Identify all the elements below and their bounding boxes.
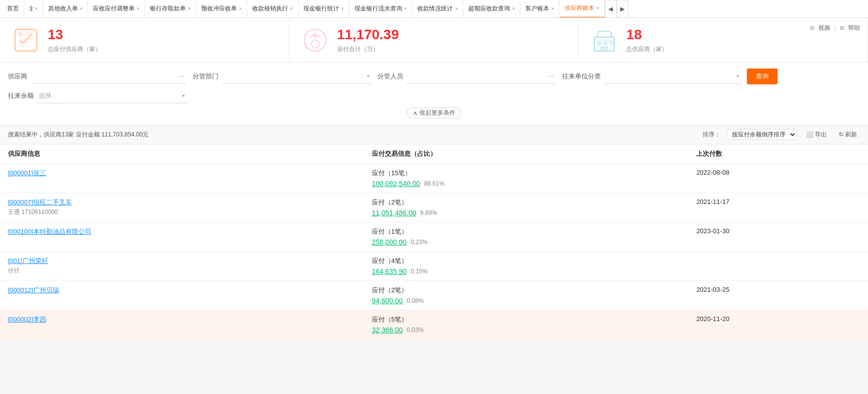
nav-tab-prepay-ar[interactable]: 预收冲应收单 × <box>196 0 247 18</box>
nav-next-arrow[interactable]: ▶ <box>617 0 629 18</box>
payable-total-label: 应付合计（万） <box>337 45 399 54</box>
last-pay-cell <box>688 252 868 281</box>
nav-tab-other-income[interactable]: 其他收入单 × <box>43 0 88 18</box>
supplier-info-cell: [000001]张三 <box>0 164 364 193</box>
sort-area: 排序： 按应付余额倒序排序 按应付余额正序排序 按供应商名称排序 ⬜ 导出 ↻ … <box>703 129 860 140</box>
nav-tab-customer-ledger[interactable]: 客户账本 × <box>520 0 560 18</box>
supplier-input[interactable] <box>32 69 178 84</box>
close-icon[interactable]: × <box>455 6 458 11</box>
nav-tab-collection-exec[interactable]: 收款核销执行 × <box>247 0 298 18</box>
close-icon[interactable]: × <box>137 6 140 11</box>
dept-chevron-down-icon[interactable]: ▾ <box>367 73 369 79</box>
nav-tab-collection-exec-label: 收款核销执行 <box>252 4 288 13</box>
refresh-icon: ↻ <box>839 131 844 138</box>
supplier-link[interactable]: [001]广州荣轩 <box>8 257 356 265</box>
payable-count: 应付（5笔） <box>372 315 681 324</box>
total-suppliers-label: 总供应商（家） <box>626 45 668 54</box>
nav-tab-prepay-ar-label: 预收冲应收单 <box>201 4 237 13</box>
svg-point-9 <box>311 40 319 48</box>
nav-tab-bank-deposit[interactable]: 银行存取款单 × <box>145 0 196 18</box>
category-filter-label: 往来单位分类 <box>562 72 601 81</box>
table-row: [000001]张三 应付（15笔） 100,092,540.00 89.61%… <box>0 164 868 193</box>
result-bar: 搜索结果中，供应商13家 应付金额 111,703,854.00元 排序： 按应… <box>0 125 868 144</box>
payable-count: 应付（4笔） <box>372 257 681 265</box>
supplier-link[interactable]: [000002]李四 <box>8 315 356 324</box>
video-link[interactable]: 视频 <box>818 24 830 32</box>
nav-tab-ar-ap-adjust[interactable]: 应收应付调整单 × <box>88 0 145 18</box>
sort-select[interactable]: 按应付余额倒序排序 按应付余额正序排序 按供应商名称排序 <box>726 129 797 140</box>
nav-tab-ar-ap-label: 应收应付调整单 <box>93 4 135 13</box>
close-icon[interactable]: × <box>341 6 344 11</box>
nav-tab-overdue-ar[interactable]: 超期应收款查询 × <box>463 0 520 18</box>
dept-input[interactable] <box>223 69 367 84</box>
close-icon[interactable]: × <box>551 6 554 11</box>
payable-amount[interactable]: 32,366.00 <box>372 326 403 334</box>
svg-rect-4 <box>18 38 34 39</box>
last-pay-date: 2021-11-17 <box>696 198 729 205</box>
payable-percent: 0.03% <box>407 327 424 333</box>
nav-tab-home[interactable]: 首页 <box>2 0 24 18</box>
nav-tab-cash-bank-flow[interactable]: 现金银行流水查询 × <box>350 0 413 18</box>
table-header: 供应商信息 应付交易信息（占比） 上次付数 <box>0 144 868 164</box>
payable-info-cell: 应付（1笔） 258,000.00 0.23% <box>364 222 689 252</box>
nav-tab-3-close[interactable]: × <box>35 6 38 11</box>
nav-tab-3[interactable]: 3 × <box>24 0 43 18</box>
filter-supplier: 供应商 ··· <box>8 69 187 84</box>
close-icon[interactable]: × <box>404 6 407 11</box>
stat-card-payable-suppliers: 13 总应付供应商（家） <box>0 18 289 62</box>
payable-count: 应付（2笔） <box>372 286 681 295</box>
supplier-link[interactable]: [000001]张三 <box>8 169 356 178</box>
payable-total-number: 11,170.39 <box>337 26 399 43</box>
close-icon[interactable]: × <box>290 6 293 11</box>
payable-suppliers-label: 总应付供应商（家） <box>48 45 101 54</box>
col-last-pay: 上次付数 <box>688 144 868 164</box>
supplier-link[interactable]: [000100]本特勤油品有限公司 <box>8 227 356 236</box>
filter-row-1: 供应商 ··· 分管部门 ▾ 分管人员 ··· 往来单位分类 <box>8 68 860 84</box>
collapse-chevron-icon: ∧ <box>413 110 418 117</box>
col-supplier-info: 供应商信息 <box>0 144 364 164</box>
nav-tab-supplier-ledger[interactable]: 供应商账本 × <box>560 0 605 18</box>
export-icon: ⬜ <box>806 131 813 138</box>
nav-prev-arrow[interactable]: ◀ <box>605 0 617 18</box>
payable-amount[interactable]: 258,000.00 <box>372 238 407 246</box>
table-row: [001]广州荣轩 仔仔 应付（4笔） 164,635.90 0.15% <box>0 252 868 281</box>
supplier-dots-icon[interactable]: ··· <box>178 72 185 81</box>
svg-rect-11 <box>597 41 601 45</box>
close-icon[interactable]: × <box>239 6 242 11</box>
balance-select-placeholder[interactable]: 选择... <box>39 91 182 100</box>
nav-tab-collection-stat[interactable]: 收款情况统计 × <box>412 0 463 18</box>
export-button[interactable]: ⬜ 导出 <box>803 130 830 140</box>
help-link[interactable]: 帮助 <box>848 24 860 32</box>
filter-area: 供应商 ··· 分管部门 ▾ 分管人员 ··· 往来单位分类 <box>0 63 868 125</box>
balance-chevron-down-icon[interactable]: ▾ <box>182 93 185 98</box>
category-chevron-down-icon[interactable]: ▾ <box>736 73 739 79</box>
last-pay-cell: 2021-11-17 <box>688 193 868 222</box>
svg-text:¥: ¥ <box>313 32 317 40</box>
nav-tab-cash-bank-stat[interactable]: 现金银行统计 × <box>298 0 350 18</box>
person-dots-icon[interactable]: ··· <box>548 72 554 81</box>
close-icon[interactable]: × <box>80 6 83 11</box>
payable-amount[interactable]: 11,051,486.00 <box>372 209 417 217</box>
payable-count: 应付（2笔） <box>372 198 681 207</box>
close-icon[interactable]: × <box>188 6 191 11</box>
supplier-info-cell: [000002]李四 <box>0 310 364 339</box>
filter-balance: 往来余额 选择... ▾ <box>8 88 187 103</box>
supplier-link[interactable]: [000007]恒旺二手叉车 <box>8 198 356 207</box>
query-button[interactable]: 查询 <box>747 68 778 84</box>
collapse-label: 收起更多条件 <box>420 109 455 117</box>
payable-amount[interactable]: 100,092,540.00 <box>372 180 420 188</box>
category-input[interactable] <box>606 69 736 84</box>
filter-category: 往来单位分类 ▾ <box>562 69 741 84</box>
close-icon[interactable]: × <box>596 5 599 11</box>
collapse-button[interactable]: ∧ 收起更多条件 <box>407 107 462 119</box>
supplier-link[interactable]: [000012]广州贝瑞 <box>8 286 356 295</box>
table-row: [000012]广州贝瑞 应付（2笔） 94,600.00 0.08% 2021… <box>0 281 868 310</box>
payable-amount[interactable]: 94,600.00 <box>372 297 403 305</box>
person-input[interactable] <box>408 69 548 84</box>
collapse-bar: ∧ 收起更多条件 <box>8 107 860 119</box>
payable-amount[interactable]: 164,635.90 <box>372 267 407 275</box>
refresh-button[interactable]: ↻ 刷新 <box>836 130 860 140</box>
last-pay-date: 2020-11-20 <box>696 315 729 323</box>
close-icon[interactable]: × <box>512 6 515 11</box>
table-row: [000002]李四 应付（5笔） 32,366.00 0.03% 2020-1… <box>0 310 868 339</box>
